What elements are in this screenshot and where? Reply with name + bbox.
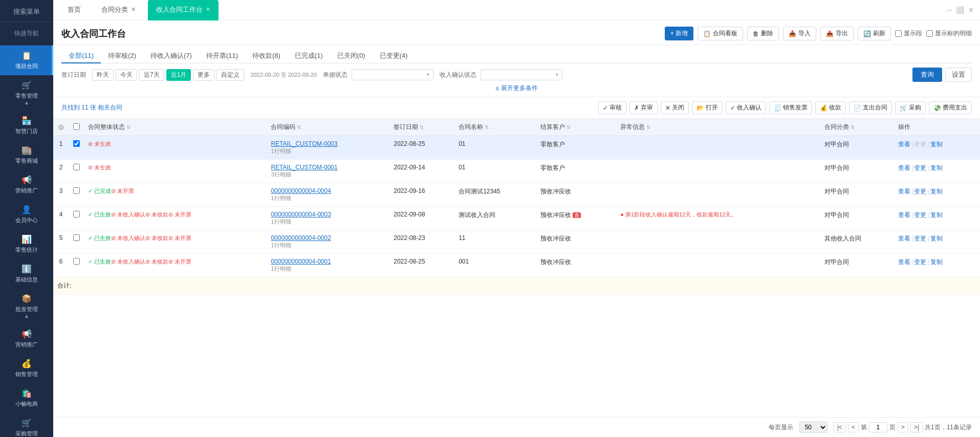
show-fields-checkbox[interactable]: 显示段 (895, 29, 922, 38)
row-checkbox[interactable] (73, 187, 80, 194)
action-复制-link[interactable]: 复制 (930, 141, 943, 148)
export-button[interactable]: 📤 导出 (820, 27, 854, 40)
sidebar-item-member-center[interactable]: 👤 会员中心 (0, 200, 53, 229)
date-btn-yesterday[interactable]: 昨天 (92, 69, 114, 81)
income-confirm-select[interactable] (481, 69, 562, 80)
action-查看-link[interactable]: 查看 (898, 141, 910, 148)
date-btn-more[interactable]: 更多 (193, 69, 214, 81)
new-button[interactable]: + 新增 (665, 27, 693, 40)
date-btn-today[interactable]: 今天 (116, 69, 137, 81)
contract-code-link[interactable]: 0000000000004-0001 (271, 258, 331, 265)
sidebar-search-label[interactable]: 搜索菜单 (0, 0, 53, 22)
action-复制-link[interactable]: 复制 (930, 164, 943, 171)
action-变更-link[interactable]: 变更 (914, 235, 926, 242)
action-查看-link[interactable]: 查看 (898, 258, 910, 266)
col-settlement-customer[interactable]: 结算客户 (536, 119, 616, 136)
tab-close-income-workbench[interactable]: ✕ (206, 6, 210, 13)
toolbar-btn-expense-payout[interactable]: 💸费用支出 (929, 101, 972, 114)
prev-page-btn[interactable]: < (848, 422, 859, 432)
sidebar-item-retail-mgmt[interactable]: 🛒 零售管理 ▲ (0, 75, 53, 111)
col-sign-date[interactable]: 签订日期 (389, 119, 454, 136)
refresh-button[interactable]: 🔄 刷新 (858, 27, 891, 40)
filter-tab-all[interactable]: 全部(11) (61, 49, 101, 63)
action-复制-link[interactable]: 复制 (930, 235, 943, 242)
toolbar-btn-abandon[interactable]: ✗弃审 (629, 101, 658, 114)
last-page-btn[interactable]: >| (910, 422, 923, 432)
sidebar-item-retail-stats[interactable]: 📊 零售统计 (0, 229, 53, 259)
tab-home[interactable]: 首页 (59, 0, 89, 20)
toolbar-btn-review[interactable]: ✓审核 (598, 101, 626, 114)
query-button[interactable]: 查询 (912, 68, 942, 82)
tab-contract-classify[interactable]: 合同分类✕ (93, 0, 144, 20)
toolbar-btn-sales-invoice[interactable]: 🧾销售发票 (769, 101, 812, 114)
contract-code-link[interactable]: 0000000000004-0004 (271, 187, 331, 194)
page-input[interactable] (869, 422, 887, 432)
date-btn-last7[interactable]: 近7天 (139, 69, 164, 81)
expand-conditions-btn[interactable]: ≡ 展开更多条件 (495, 84, 538, 93)
page-size-select[interactable]: 50 20 100 (799, 422, 827, 433)
action-复制-link[interactable]: 复制 (930, 258, 943, 266)
toolbar-btn-open[interactable]: 📂打开 (692, 101, 723, 114)
contract-code-link[interactable]: RETAIL_CUSTOM-0001 (271, 164, 337, 171)
action-查看-link[interactable]: 查看 (898, 164, 910, 171)
row-checkbox[interactable] (73, 140, 80, 147)
delete-button[interactable]: 🗑 删除 (747, 27, 779, 40)
contract-code-link[interactable]: 0000000000004-0002 (271, 234, 331, 242)
filter-tab-changed[interactable]: 已变更(4) (373, 49, 415, 63)
sidebar-item-marketing[interactable]: 📢 营销推广 (0, 170, 53, 200)
action-复制-link[interactable]: 复制 (930, 188, 943, 195)
contract-code-link[interactable]: RETAIL_CUSTOM-0003 (271, 140, 337, 147)
first-page-btn[interactable]: |< (834, 422, 846, 432)
doc-status-select[interactable] (352, 69, 433, 80)
tab-close-contract-classify[interactable]: ✕ (131, 6, 136, 13)
show-marked-input[interactable] (926, 30, 933, 37)
action-查看-link[interactable]: 查看 (898, 211, 910, 218)
sidebar-item-wholesale-mgmt[interactable]: 📦 批发管理 ▲ (0, 289, 53, 324)
toolbar-btn-expense-contract[interactable]: 📄支出合同 (849, 101, 892, 114)
filter-tab-pending-payment[interactable]: 待收款(8) (245, 49, 288, 63)
col-contract-name[interactable]: 合同名称 (454, 119, 536, 136)
sidebar-item-sales-mgmt[interactable]: 💰 销售管理 (0, 354, 53, 383)
sidebar-item-smart-store[interactable]: 🏪 智慧门店 (0, 111, 53, 140)
toolbar-btn-collection[interactable]: 💰收款 (815, 101, 846, 114)
gear-icon[interactable]: ⚙ (58, 123, 64, 132)
action-变更-link[interactable]: 变更 (914, 258, 926, 266)
col-exception-info[interactable]: 异常信息 (616, 119, 820, 136)
close-btn[interactable]: ✕ (968, 6, 974, 14)
toolbar-btn-purchase[interactable]: 🛒采购 (895, 101, 926, 114)
sidebar-item-project-contract[interactable]: 📋 项目合同 (0, 46, 53, 75)
show-fields-input[interactable] (895, 30, 902, 37)
set-button[interactable]: 设置 (945, 68, 972, 82)
row-checkbox[interactable] (73, 234, 80, 241)
import-button[interactable]: 📥 导入 (783, 27, 816, 40)
table-scroll[interactable]: ⚙ 合同整体状态 合同编码 签订日期 合同名称 结算客户 异常信息 合同分类 操… (53, 119, 980, 417)
row-checkbox[interactable] (73, 164, 80, 170)
date-btn-last1month[interactable]: 近1月 (166, 69, 191, 81)
col-contract-code[interactable]: 合同编码 (267, 119, 389, 136)
sidebar-item-purchase-mgmt[interactable]: 🛒 采购管理 (0, 413, 53, 437)
filter-tab-pending-confirm[interactable]: 待收入确认(7) (143, 49, 199, 63)
sidebar-item-xiaochang[interactable]: 🛍️ 小畅电商 (0, 383, 53, 413)
row-checkbox[interactable] (73, 258, 80, 265)
filter-tab-closed[interactable]: 已关闭(0) (330, 49, 373, 63)
filter-tab-pending-review[interactable]: 待审核(2) (101, 49, 143, 63)
action-复制-link[interactable]: 复制 (930, 211, 943, 218)
contract-board-button[interactable]: 📋 合同看板 (698, 27, 743, 40)
filter-tab-completed[interactable]: 已完成(1) (288, 49, 330, 63)
row-checkbox[interactable] (73, 211, 80, 217)
minimize-btn[interactable]: ─ (947, 6, 952, 14)
action-查看-link[interactable]: 查看 (898, 188, 910, 195)
tab-income-workbench[interactable]: 收入合同工作台✕ (148, 0, 219, 20)
toolbar-btn-income-confirm[interactable]: ✓收入确认 (726, 101, 766, 114)
contract-code-link[interactable]: 0000000000004-0003 (271, 211, 331, 218)
select-all-checkbox[interactable] (73, 123, 80, 130)
action-变更-link[interactable]: 变更 (914, 188, 926, 195)
action-变更-link[interactable]: 变更 (914, 164, 926, 171)
toolbar-btn-close[interactable]: ✕关闭 (661, 101, 689, 114)
sidebar-item-marketing2[interactable]: 📢 营销推广 (0, 324, 53, 354)
next-page-btn[interactable]: > (898, 422, 908, 432)
show-marked-checkbox[interactable]: 显示标的明细 (926, 29, 972, 38)
date-btn-custom[interactable]: 自定义 (216, 69, 244, 81)
sidebar-item-retail-mall[interactable]: 🏬 零售商城 (0, 140, 53, 170)
sidebar-item-basic-info[interactable]: ℹ️ 基础信息 (0, 259, 53, 289)
